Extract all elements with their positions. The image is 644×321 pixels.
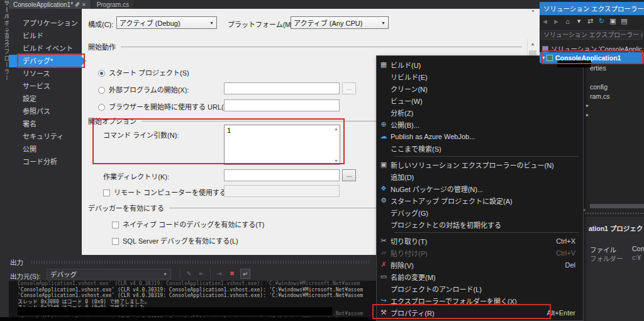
property-page-item[interactable]: サービス	[9, 80, 82, 93]
hscrollbar-thumb[interactable]	[590, 204, 644, 208]
menu-item[interactable]: クリーン(N)	[377, 82, 583, 94]
menu-item[interactable]: 分析(Z)	[377, 106, 583, 118]
tab-program-cs[interactable]: Program.cs	[92, 0, 133, 9]
menu-item-label: 削除(V)	[391, 260, 414, 270]
expander-icon[interactable]: ▸	[586, 103, 589, 108]
menu-item[interactable]: ⊕ 公開(B)...	[377, 118, 583, 130]
working-directory-input[interactable]	[224, 169, 340, 181]
menu-item[interactable]: ビュー(W)	[377, 94, 583, 106]
sync-with-active-document-icon[interactable]: ⇄	[586, 17, 594, 25]
collapse-all-icon[interactable]: ▣	[609, 17, 617, 25]
menu-item[interactable]: ✂ 切り取り(T) Ctrl+X	[377, 235, 583, 247]
native-debug-checkbox[interactable]: ネイティブ コードのデバッグを有効にする(T)	[112, 219, 264, 229]
solution-explorer-search-input[interactable]: ソリューション エクスプローラー の	[541, 30, 643, 40]
panel-drag-texture[interactable]	[31, 261, 371, 264]
menu-item[interactable]: ☁ Publish as Azure WebJob...	[377, 130, 583, 142]
menu-item-label: 名前の変更(M)	[391, 272, 436, 282]
menu-item[interactable]: ここまで検索(S)	[377, 142, 583, 154]
property-page-list: アプリケーションビルドビルド イベントデバッグ*リソースサービス設定参照パス署名…	[9, 9, 82, 255]
back-icon[interactable]: ◄	[541, 18, 549, 25]
menu-item[interactable]: ▱ 貼り付け(P) Ctrl+V	[377, 247, 583, 259]
checkbox-icon[interactable]	[103, 189, 110, 196]
go-to-previous-message-icon[interactable]: ⇤	[197, 269, 207, 279]
refresh-icon[interactable]: ↻	[597, 17, 606, 25]
toggle-word-wrap-icon[interactable]: ↵	[240, 269, 250, 279]
menu-item-label: ビルド(U)	[391, 60, 421, 70]
menu-item[interactable]: プロジェクトとの対話を初期化する	[377, 218, 583, 230]
property-page-item[interactable]: セキュリティ	[9, 130, 82, 143]
menu-item-shortcut: Del	[565, 261, 575, 269]
scroll-up-icon[interactable]: ▲	[528, 39, 538, 48]
menu-item[interactable]: ✗ 削除(V) Del	[377, 259, 583, 271]
property-page-item[interactable]: 参照パス	[9, 105, 82, 118]
property-page-item[interactable]: リソース	[9, 67, 82, 80]
menu-item[interactable]: ⚙ スタートアップ プロジェクトに設定(A)	[377, 194, 583, 206]
external-program-browse-button[interactable]: ...	[342, 82, 356, 94]
output-toolbar: ✎⇤⇥✖↵	[180, 269, 250, 279]
go-to-next-message-icon[interactable]: ⇥	[210, 269, 224, 279]
menu-item-label: 追加(D)	[391, 172, 414, 182]
properties-pane-title: ation1 プロジェクト	[589, 223, 644, 233]
property-page-item[interactable]: 署名	[9, 118, 82, 130]
chevron-down-icon: ▼	[381, 21, 386, 25]
messages-pencil-icon[interactable]: ✎	[180, 269, 194, 279]
forward-icon[interactable]: ►	[552, 18, 560, 25]
property-page-item[interactable]: ビルド イベント	[9, 42, 82, 55]
platform-select[interactable]: アクティブ (Any CPU) ▼	[291, 16, 389, 29]
radio-icon[interactable]	[98, 87, 105, 94]
property-page-item[interactable]: 設定	[9, 93, 82, 105]
visual-studio-window: サーバー エクスプローラーツールボックス ConsoleApplication1…	[0, 0, 644, 321]
home-icon[interactable]: ⌂	[564, 18, 572, 25]
use-remote-machine-checkbox[interactable]: リモート コンピューターを使用する(A)	[103, 187, 236, 197]
property-page-item[interactable]: 公開	[9, 143, 82, 155]
document-tab-bar: ConsoleApplication1* ✕ Program.cs	[9, 0, 540, 9]
configuration-select[interactable]: アクティブ (Debug) ▼	[116, 16, 217, 29]
annotation-box-command-line-args	[92, 118, 345, 164]
browser-url-radio[interactable]: ブラウザーを開始時に使用する URL(R):	[98, 101, 233, 111]
start-action-section: 開始動作	[88, 42, 522, 52]
menu-item[interactable]: リビルド(E)	[377, 70, 583, 82]
azure-cloud-icon: ☁	[377, 132, 391, 140]
solution-explorer-titlebar[interactable]: ソリューション エクスプローラー ✕	[540, 2, 644, 15]
menu-item[interactable]: ▣ 新しいソリューション エクスプローラーのビュー(N)	[377, 159, 583, 171]
menu-item-label: NuGet パッケージの管理(N)...	[391, 184, 483, 194]
menu-item[interactable]: プロジェクトのアンロード(L)	[377, 283, 583, 295]
expander-icon[interactable]: ▸	[586, 112, 589, 118]
browser-url-input[interactable]	[224, 99, 340, 111]
clear-all-icon[interactable]: ✖	[227, 269, 237, 279]
property-page-item[interactable]: アプリケーション	[9, 17, 82, 30]
working-directory-browse-button[interactable]: ...	[342, 169, 356, 181]
menu-item-shortcut: Alt+Enter	[547, 309, 575, 317]
menu-item-shortcut: Ctrl+X	[556, 237, 575, 245]
tree-item-label: erties	[590, 64, 606, 72]
menu-item[interactable]: 追加(D)	[377, 171, 583, 183]
menu-item[interactable]: ❖ NuGet パッケージの管理(N)...	[377, 183, 583, 194]
property-value[interactable]: Con	[632, 245, 644, 252]
radio-icon[interactable]	[98, 104, 105, 111]
document-well-dropdown-icon[interactable]: ▼	[531, 9, 535, 13]
menu-item-label: Publish as Azure WebJob...	[391, 133, 475, 140]
menu-item[interactable]: デバッグ(G)	[377, 206, 583, 218]
tab-label: ConsoleApplication1*	[13, 1, 73, 8]
pin-icon[interactable]	[75, 2, 80, 8]
menu-item-label: ここまで検索(S)	[391, 144, 441, 154]
new-solution-explorer-view-icon: ▣	[377, 160, 391, 169]
start-project-radio[interactable]: スタート プロジェクト(S)	[98, 67, 189, 77]
tab-consoleapplication1[interactable]: ConsoleApplication1* ✕	[9, 0, 91, 9]
show-all-files-icon[interactable]: ▤	[620, 17, 628, 25]
menu-item-label: リビルド(E)	[391, 72, 428, 82]
close-icon[interactable]: ✕	[82, 2, 86, 8]
checkbox-icon[interactable]	[112, 222, 119, 228]
external-program-input[interactable]	[224, 82, 340, 94]
sql-debug-checkbox[interactable]: SQL Server デバッグを有効にする(L)	[112, 235, 238, 245]
pending-changes-filter-icon[interactable]: ▾	[575, 17, 583, 25]
radio-selected-icon[interactable]	[98, 70, 105, 77]
property-page-item[interactable]: ビルド	[9, 30, 82, 42]
configuration-label: 構成(C):	[88, 19, 113, 29]
property-page-item[interactable]: コード分析	[9, 155, 82, 168]
external-program-radio[interactable]: 外部プログラムの開始(X):	[98, 84, 189, 94]
menu-item[interactable]: ▭ 名前の変更(M)	[377, 271, 583, 283]
output-source-select[interactable]: デバッグ ▼	[47, 269, 171, 279]
checkbox-icon[interactable]	[112, 238, 119, 245]
property-value[interactable]: c:¥	[632, 254, 641, 261]
